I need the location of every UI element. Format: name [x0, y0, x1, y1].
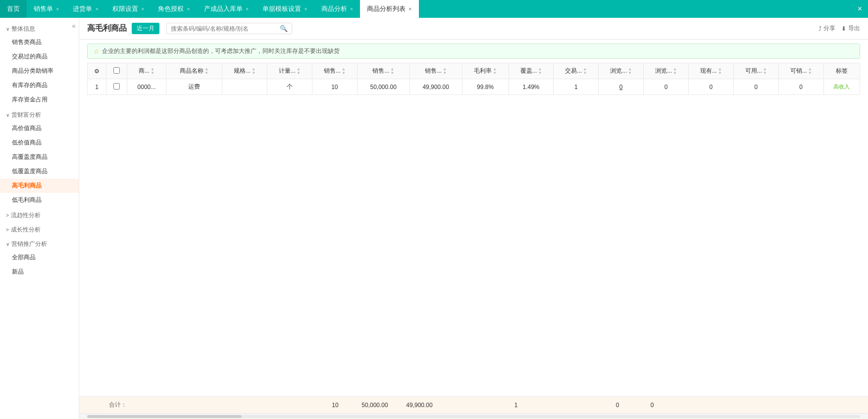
main-layout: « ∨整体信息销售类商品交易过的商品商品分类助销率有库存的商品库存资金占用∨货财…: [0, 18, 868, 419]
nav-item-角色授权[interactable]: 角色授权×: [151, 0, 197, 18]
tip-icon: ☆: [94, 48, 99, 55]
col-header-views2[interactable]: 浏览...▲▼: [644, 63, 689, 79]
nav-close-icon[interactable]: ×: [246, 6, 249, 12]
group-arrow: ∨: [6, 112, 9, 118]
sort-icon[interactable]: ▲▼: [808, 67, 812, 75]
group-arrow: >: [6, 227, 9, 233]
col-header-gross_margin[interactable]: 毛利率▲▼: [462, 63, 509, 79]
export-button[interactable]: ⬇ 导出: [841, 24, 860, 33]
col-header-unit[interactable]: 计量...▲▼: [267, 63, 312, 79]
col-header-transaction[interactable]: 交易...▲▼: [554, 63, 599, 79]
cell-code: 0000...: [127, 79, 166, 95]
sort-icon[interactable]: ▲▼: [390, 67, 394, 75]
nav-item-首页[interactable]: 首页: [0, 0, 27, 18]
scrollbar-area[interactable]: [79, 413, 868, 419]
col-header-name[interactable]: 商品名称▲▼: [166, 63, 222, 79]
sidebar-group-流趋性分析[interactable]: >流趋性分析: [0, 207, 79, 222]
col-header-sales_amount[interactable]: 销售...▲▼: [357, 63, 409, 79]
row-checkbox[interactable]: [113, 83, 120, 90]
filter-recent-month-button[interactable]: 近一月: [132, 23, 159, 34]
sort-icon[interactable]: ▲▼: [297, 67, 301, 75]
col-label: 销售...: [425, 67, 442, 74]
sort-icon[interactable]: ▲▼: [583, 67, 587, 75]
sidebar-item-低毛利商品[interactable]: 低毛利商品: [0, 193, 79, 207]
sort-icon[interactable]: ▲▼: [443, 67, 447, 75]
settings-icon[interactable]: ⚙: [94, 68, 100, 75]
col-header-views1[interactable]: 浏览...▲▼: [599, 63, 644, 79]
sidebar-item-有库存的商品[interactable]: 有库存的商品: [0, 78, 79, 93]
sort-icon[interactable]: ▲▼: [763, 67, 767, 75]
cell-tag: 高收入: [823, 79, 860, 95]
sidebar-item-新品[interactable]: 新品: [0, 265, 79, 279]
tip-bar: ☆ 企业的主要的利润都是这部分商品创造的，可考虑加大推广，同时关注库存是不要出现…: [87, 44, 860, 59]
col-label: 销售...: [372, 67, 389, 74]
table-wrapper[interactable]: ⚙商...▲▼商品名称▲▼规格...▲▼计量...▲▼销售...▲▼销售...▲…: [79, 63, 868, 396]
sidebar-group-整体信息[interactable]: ∨整体信息: [0, 21, 79, 35]
sidebar-item-库存资金占用[interactable]: 库存资金占用: [0, 93, 79, 107]
nav-close-icon[interactable]: ×: [304, 6, 307, 12]
search-input[interactable]: [171, 25, 280, 32]
footer-cell-9: [442, 402, 471, 409]
sidebar-item-商品分类助销率[interactable]: 商品分类助销率: [0, 64, 79, 78]
col-header-code[interactable]: 商...▲▼: [127, 63, 166, 79]
sort-icon[interactable]: ▲▼: [151, 67, 154, 75]
cell-transaction: 1: [554, 79, 599, 95]
sort-icon[interactable]: ▲▼: [204, 67, 208, 75]
sidebar-item-高价值商品[interactable]: 高价值商品: [0, 121, 79, 136]
table-row[interactable]: 10000...运费个1050,000.0049,900.0099.8%1.49…: [88, 79, 860, 95]
nav-close-icon[interactable]: ×: [95, 6, 98, 12]
nav-item-商品分析列表[interactable]: 商品分析列表×: [360, 0, 418, 18]
sidebar-collapse-button[interactable]: «: [72, 22, 76, 30]
sidebar-item-销售类商品[interactable]: 销售类商品: [0, 35, 79, 49]
footer-cell-12: [531, 402, 565, 409]
cell-sales_qty: 10: [312, 79, 357, 95]
nav-item-销售单[interactable]: 销售单×: [27, 0, 66, 18]
nav-close-icon[interactable]: ×: [408, 6, 411, 12]
scrollbar-thumb[interactable]: [87, 415, 242, 418]
sidebar-group-营销推广分析[interactable]: ∨营销推广分析: [0, 236, 79, 250]
nav-close-icon[interactable]: ×: [56, 6, 59, 12]
col-header-settings: ⚙: [88, 63, 106, 79]
nav-item-商品分析[interactable]: 商品分析×: [314, 0, 360, 18]
sidebar-group-成长性分析[interactable]: >成长性分析: [0, 222, 79, 236]
views1-link[interactable]: 0: [619, 84, 623, 91]
nav-close-icon[interactable]: ×: [187, 6, 190, 12]
sidebar-item-高覆盖度商品[interactable]: 高覆盖度商品: [0, 150, 79, 164]
close-all-button[interactable]: ×: [852, 0, 868, 18]
col-header-coverage[interactable]: 覆盖...▲▼: [509, 63, 554, 79]
search-icon[interactable]: 🔍: [280, 25, 288, 32]
sort-icon[interactable]: ▲▼: [628, 67, 632, 75]
sort-icon[interactable]: ▲▼: [673, 67, 677, 75]
sort-icon[interactable]: ▲▼: [718, 67, 722, 75]
sort-icon[interactable]: ▲▼: [342, 67, 346, 75]
footer-cell-1: [153, 402, 164, 409]
cell-views1: 0: [599, 79, 644, 95]
nav-close-icon[interactable]: ×: [141, 6, 144, 12]
nav-item-进货单[interactable]: 进货单×: [66, 0, 105, 18]
col-header-sales_profit[interactable]: 销售...▲▼: [409, 63, 462, 79]
sidebar-item-低价值商品[interactable]: 低价值商品: [0, 136, 79, 150]
sort-icon[interactable]: ▲▼: [252, 67, 255, 75]
col-header-sales_qty[interactable]: 销售...▲▼: [312, 63, 357, 79]
tip-text: 企业的主要的利润都是这部分商品创造的，可考虑加大推广，同时关注库存是不要出现缺货: [102, 47, 340, 55]
group-label: 营销推广分析: [11, 240, 47, 248]
nav-close-icon[interactable]: ×: [350, 6, 353, 12]
sidebar-item-高毛利商品[interactable]: 高毛利商品: [0, 179, 79, 193]
header-actions: ⤴ 分享 ⬇ 导出: [818, 24, 860, 33]
sidebar-item-交易过的商品[interactable]: 交易过的商品: [0, 49, 79, 64]
sort-icon[interactable]: ▲▼: [493, 67, 497, 75]
sidebar-group-货财富分析[interactable]: ∨货财富分析: [0, 107, 79, 121]
select-all-checkbox[interactable]: [113, 67, 120, 74]
sidebar-item-低覆盖度商品[interactable]: 低覆盖度商品: [0, 164, 79, 179]
col-header-available_stock[interactable]: 可用...▲▼: [733, 63, 778, 79]
sidebar-item-全部商品[interactable]: 全部商品: [0, 250, 79, 265]
scrollbar-track: [87, 415, 860, 418]
col-header-spec[interactable]: 规格...▲▼: [222, 63, 267, 79]
sort-icon[interactable]: ▲▼: [538, 67, 542, 75]
col-header-current_stock[interactable]: 现有...▲▼: [688, 63, 733, 79]
col-header-saleable[interactable]: 可销...▲▼: [778, 63, 823, 79]
nav-item-单据模板设置[interactable]: 单据模板设置×: [255, 0, 314, 18]
nav-item-产成品入库单[interactable]: 产成品入库单×: [197, 0, 255, 18]
nav-item-权限设置[interactable]: 权限设置×: [105, 0, 151, 18]
share-button[interactable]: ⤴ 分享: [818, 24, 835, 33]
